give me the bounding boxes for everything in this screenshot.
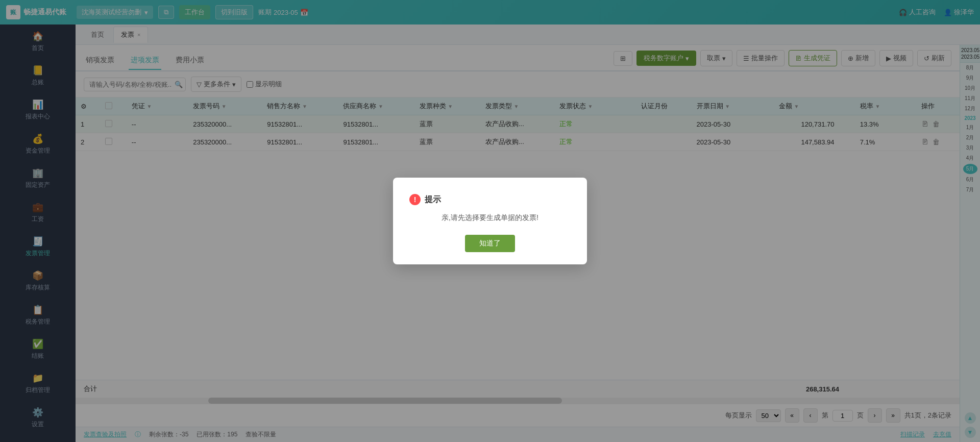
modal-warn-icon: ! — [409, 194, 421, 205]
modal-message: 亲,请先选择要生成单据的发票! — [442, 213, 538, 223]
modal-box: ! 提示 亲,请先选择要生成单据的发票! 知道了 — [393, 178, 587, 264]
modal-confirm-btn[interactable]: 知道了 — [465, 235, 515, 252]
modal-title: 提示 — [425, 194, 441, 205]
modal-title-row: ! 提示 — [409, 194, 441, 205]
modal-overlay[interactable]: ! 提示 亲,请先选择要生成单据的发票! 知道了 — [0, 0, 980, 442]
